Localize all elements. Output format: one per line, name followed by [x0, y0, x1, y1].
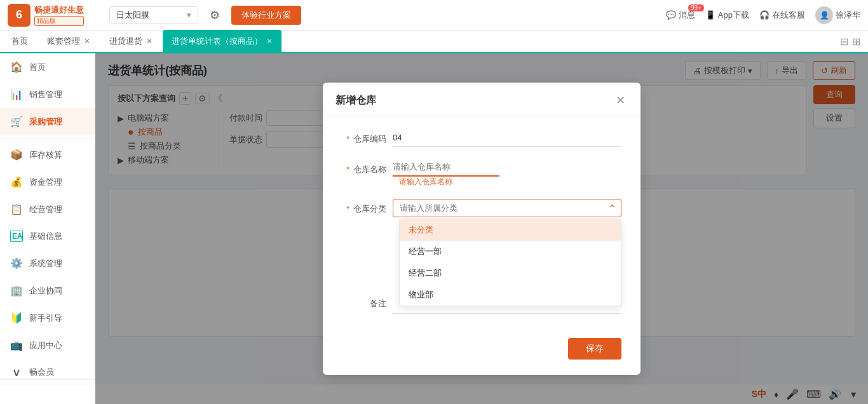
name-error-row: 请输入仓库名称	[342, 177, 452, 187]
purchase-icon: 🛒	[10, 116, 23, 128]
sidebar-item-operations-label: 经营管理	[29, 204, 62, 215]
sidebar-scroll: 🏠 首页 📊 销售管理 🛒 采购管理 📦 库存核算 💰 资金管理 📋	[0, 53, 95, 379]
sidebar-item-guide[interactable]: 🔰 新手引导	[0, 304, 95, 332]
dialog-add-warehouse: 新增仓库 ✕ * 仓库编码	[323, 83, 641, 375]
sidebar-item-guide-label: 新手引导	[29, 313, 62, 324]
sidebar-item-sales-label: 销售管理	[29, 89, 62, 100]
sidebar-item-apps[interactable]: 📺 应用中心	[0, 332, 95, 359]
online-service-button[interactable]: 🎧 在线客服	[759, 10, 805, 21]
tab-home-label: 首页	[11, 36, 28, 47]
tab-expand-icon[interactable]: ⊞	[852, 36, 860, 48]
tab-purchase-return-close[interactable]: ✕	[146, 37, 153, 46]
app-download-button[interactable]: 📱 App下载	[705, 10, 749, 21]
dialog-body: * 仓库编码 * 仓库名称	[323, 116, 641, 332]
trial-button[interactable]: 体验行业方案	[231, 6, 301, 25]
basic-info-icon: EA	[10, 231, 23, 242]
sidebar: 🏠 首页 📊 销售管理 🛒 采购管理 📦 库存核算 💰 资金管理 📋	[0, 53, 95, 404]
category-dropdown-list: 未分类 经营一部 经营二部 物业部	[399, 219, 621, 306]
code-label: * 仓库编码	[342, 129, 393, 145]
tab-purchase-stats-label: 进货单统计表（按商品）	[172, 36, 262, 47]
dropdown-item-none[interactable]: 未分类	[400, 219, 621, 241]
headset-icon: 🎧	[759, 10, 770, 20]
tab-purchase-return[interactable]: 进货退货 ✕	[100, 30, 161, 53]
tab-minimize-icon[interactable]: ⊟	[840, 36, 848, 48]
required-star-category: *	[346, 204, 349, 213]
inventory-icon: 📦	[10, 149, 23, 161]
tab-purchase-return-label: 进货退货	[109, 36, 142, 47]
enterprise-icon: 🏢	[10, 285, 23, 297]
store-selector[interactable]: 日太阳膜 ▾	[109, 6, 198, 24]
sidebar-item-home[interactable]: 🏠 首页	[0, 53, 95, 81]
sidebar-item-home-label: 首页	[29, 62, 46, 73]
sidebar-item-finance[interactable]: 💰 资金管理	[0, 168, 95, 196]
sidebar-item-basic[interactable]: EA 基础信息	[0, 223, 95, 250]
tab-accounts[interactable]: 账套管理 ✕	[38, 30, 99, 53]
phone-icon: 📱	[705, 10, 715, 20]
top-right-area: 💬 消息 99+ 📱 App下载 🎧 在线客服 👤 徐泽华	[666, 6, 860, 24]
sidebar-item-enterprise[interactable]: 🏢 企业协同	[0, 277, 95, 304]
sidebar-item-sales[interactable]: 📊 销售管理	[0, 81, 95, 108]
settings-gear-button[interactable]: ⚙	[205, 5, 225, 25]
logo-text-block: 畅捷通好生意 精品版	[34, 4, 84, 26]
vip-icon: V	[10, 367, 23, 378]
sidebar-item-basic-label: 基础信息	[29, 231, 62, 242]
save-button[interactable]: 保存	[568, 338, 621, 360]
sidebar-item-inventory[interactable]: 📦 库存核算	[0, 141, 95, 168]
dialog-header: 新增仓库 ✕	[323, 83, 641, 116]
warehouse-code-input[interactable]	[393, 129, 621, 147]
logo-title: 畅捷通好生意	[34, 4, 84, 16]
notification-button[interactable]: 💬 消息 99+	[666, 10, 695, 21]
tab-accounts-close[interactable]: ✕	[84, 37, 90, 46]
app-logo-icon: 6	[8, 4, 31, 27]
sidebar-divider-1	[0, 138, 95, 138]
guide-icon: 🔰	[10, 312, 23, 324]
sales-icon: 📊	[10, 88, 23, 100]
logo-badge: 精品版	[34, 16, 84, 26]
sidebar-item-apps-label: 应用中心	[29, 340, 62, 351]
sidebar-item-system[interactable]: ⚙️ 系统管理	[0, 250, 95, 277]
sidebar-item-finance-label: 资金管理	[29, 177, 62, 188]
name-input-row: * 仓库名称	[342, 158, 499, 177]
sidebar-item-vip[interactable]: V 畅会员	[0, 359, 95, 379]
tab-accounts-label: 账套管理	[47, 36, 80, 47]
sidebar-item-operations[interactable]: 📋 经营管理	[0, 196, 95, 223]
category-label: * 仓库分类	[342, 199, 393, 215]
logo-area: 6 畅捷通好生意 精品版	[8, 4, 103, 27]
chevron-down-icon: ▾	[187, 10, 191, 20]
form-row-category: * 仓库分类 ⌃ 未分类 经营一部 经营二部 物业部	[342, 199, 621, 217]
category-input[interactable]	[393, 199, 621, 217]
user-profile-button[interactable]: 👤 徐泽华	[815, 6, 860, 24]
dialog-title: 新增仓库	[336, 94, 376, 107]
system-icon: ⚙️	[10, 257, 23, 269]
top-bar: 6 畅捷通好生意 精品版 日太阳膜 ▾ ⚙ 体验行业方案 💬 消息 99+ 📱 …	[0, 0, 868, 30]
dialog-close-button[interactable]: ✕	[613, 93, 628, 108]
tab-purchase-stats-close[interactable]: ✕	[266, 37, 273, 46]
apps-icon: 📺	[10, 339, 23, 351]
sidebar-item-purchase-label: 采购管理	[29, 116, 62, 128]
content-area: 进货单统计(按商品) 🖨 按模板打印 ▾ ↑ 导出 ↺ 刷新	[95, 53, 868, 404]
message-icon: 💬	[666, 10, 676, 20]
required-star-code: *	[346, 134, 349, 144]
tab-purchase-stats[interactable]: 进货单统计表（按商品） ✕	[163, 30, 281, 53]
warehouse-name-input[interactable]	[393, 158, 499, 177]
tab-bar-controls: ⊟ ⊞	[840, 36, 865, 48]
operations-icon: 📋	[10, 203, 23, 215]
avatar: 👤	[815, 6, 833, 24]
dropdown-item-op1[interactable]: 经营一部	[400, 241, 621, 262]
home-icon: 🏠	[10, 61, 23, 73]
finance-icon: 💰	[10, 176, 23, 188]
tab-home[interactable]: 首页	[3, 30, 37, 53]
remark-label: 备注	[342, 293, 393, 309]
name-error-message: 请输入仓库名称	[399, 177, 452, 187]
sidebar-item-purchase[interactable]: 🛒 采购管理	[0, 108, 95, 135]
sidebar-item-enterprise-label: 企业协同	[29, 285, 62, 297]
tab-bar: 首页 账套管理 ✕ 进货退货 ✕ 进货单统计表（按商品） ✕ ⊟ ⊞	[0, 30, 868, 53]
dropdown-item-op2[interactable]: 经营二部	[400, 262, 621, 284]
modal-overlay[interactable]: 新增仓库 ✕ * 仓库编码	[95, 53, 868, 404]
dialog-footer: 保存	[323, 338, 641, 360]
notification-label: 消息	[679, 10, 695, 20]
sidebar-item-system-label: 系统管理	[29, 258, 62, 269]
sidebar-item-vip-label: 畅会员	[29, 367, 54, 378]
dropdown-item-op3[interactable]: 物业部	[400, 284, 621, 306]
form-row-name: * 仓库名称 请输入仓库名称	[342, 158, 621, 187]
